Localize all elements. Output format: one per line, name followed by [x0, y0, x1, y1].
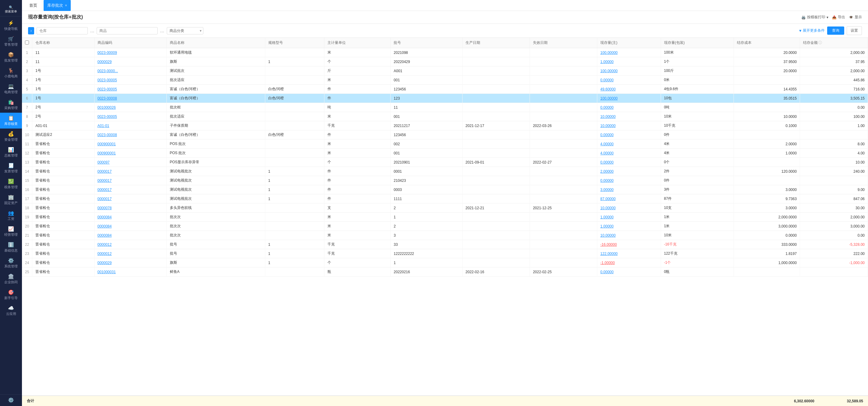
cell-qty-main[interactable]: 10.00000 — [597, 112, 661, 121]
cell-qty-main[interactable]: -16.00000 — [597, 240, 661, 249]
cell-code[interactable]: 0000084 — [94, 231, 166, 240]
cell-code[interactable]: 0000017 — [94, 185, 166, 194]
sidebar-item-fixed-assets[interactable]: 🏢 固定资产 — [0, 192, 22, 208]
sidebar-item-wholesale[interactable]: 📦 批发管理 — [0, 49, 22, 65]
cell-code[interactable]: 000097 — [94, 158, 166, 167]
cell-code[interactable]: 0023-00005 — [94, 75, 166, 85]
cell-code[interactable]: 0000029 — [94, 258, 166, 267]
cell-qty-main[interactable]: 0.00000 — [597, 130, 661, 139]
sidebar-item-new-guide[interactable]: 🎯 新手引导 — [0, 287, 22, 303]
cell-code[interactable]: 0000084 — [94, 212, 166, 222]
cell-qty-main[interactable]: -1.00000 — [597, 258, 661, 267]
cell-code[interactable]: 001000026 — [94, 103, 166, 112]
table-row: 16 晋省检仓 0000017 测试电视批次 1 件 0003 3.00000 … — [22, 185, 868, 194]
cell-code[interactable]: 0000017 — [94, 176, 166, 185]
sidebar-item-invoice[interactable]: 🧾 发票管理 — [0, 160, 22, 176]
sidebar-item-small-ecom[interactable]: 🦌 小鹿电商 — [0, 65, 22, 81]
cell-qty-main[interactable]: 0.00000 — [597, 158, 661, 167]
sidebar-item-retail[interactable]: 🛒 零售管理 — [0, 34, 22, 49]
cell-qty-main[interactable]: 122.00000 — [597, 249, 661, 258]
cell-code[interactable]: 0000084 — [94, 222, 166, 231]
sidebar-item-tax[interactable]: 💹 税务管理 — [0, 176, 22, 192]
cell-code[interactable]: 0000017 — [94, 167, 166, 176]
cell-qty-aux: 87件 — [661, 194, 734, 203]
tab-inventory-batch[interactable]: 库存批次 × — [43, 0, 71, 11]
sidebar-item-purchase[interactable]: 🛍️ 采购管理 — [0, 97, 22, 113]
cell-code[interactable]: 0023-00009 — [94, 48, 166, 57]
category-dropdown-icon: ▾ — [200, 29, 202, 33]
cell-qty-main[interactable]: 100.00000 — [597, 48, 661, 57]
warehouse-dots[interactable]: ... — [90, 28, 94, 34]
cell-name: 测试电视批次 — [166, 167, 265, 176]
cell-code[interactable]: 000900001 — [94, 139, 166, 149]
table-body: 1 11 0023-00009 软环通用地毯 米 2021098 100.000… — [22, 48, 868, 276]
cell-qty-main[interactable]: 10.00000 — [597, 121, 661, 130]
cell-qty-main[interactable]: 4.00000 — [597, 139, 661, 149]
cell-qty-main[interactable]: 0.00000 — [597, 75, 661, 85]
cell-qty-main[interactable]: 3.00000 — [597, 185, 661, 194]
cell-qty-main[interactable]: 0.00000 — [597, 267, 661, 276]
cell-code[interactable]: 0023-00005 — [94, 85, 166, 94]
cell-qty-main[interactable]: 10.00000 — [597, 203, 661, 212]
sidebar-item-cloud-app[interactable]: ☁️ 云应用 — [0, 303, 22, 318]
cell-qty-main[interactable]: 0.00000 — [597, 103, 661, 112]
sidebar-item-assets[interactable]: 💰 资金管理 — [0, 129, 22, 144]
cell-qty-main[interactable]: 2.00000 — [597, 167, 661, 176]
cell-code[interactable]: 0000017 — [94, 194, 166, 203]
sidebar-item-inventory[interactable]: 📋 库存核查 — [0, 113, 22, 129]
cell-warehouse: 1号 — [32, 85, 94, 94]
cell-qty-main[interactable]: 49.60000 — [597, 85, 661, 94]
tab-home[interactable]: 首页 — [24, 0, 42, 11]
cell-spec — [265, 222, 324, 231]
cell-code[interactable]: 0023-0000... — [94, 66, 166, 75]
cell-code[interactable]: 0000078 — [94, 203, 166, 212]
sidebar-item-basic-info[interactable]: ℹ️ 基础信息 — [0, 239, 22, 255]
filter-arrow-button[interactable]: › — [28, 27, 34, 34]
cell-qty-main[interactable]: 87.00000 — [597, 194, 661, 203]
cell-code[interactable]: 0000029 — [94, 57, 166, 66]
cell-exp-date — [530, 94, 597, 103]
product-dots[interactable]: ... — [160, 28, 164, 34]
sidebar-settings[interactable]: ⚙️ — [0, 395, 22, 406]
cell-code[interactable]: 0023-00008 — [94, 130, 166, 139]
cell-code[interactable]: 001000031 — [94, 267, 166, 276]
expand-conditions-button[interactable]: ▼ 展开更多条件 — [799, 28, 825, 33]
table-row: 1 11 0023-00009 软环通用地毯 米 2021098 100.000… — [22, 48, 868, 57]
sidebar-item-hr[interactable]: 👥 工资 — [0, 208, 22, 224]
cell-qty-main[interactable]: 1.00000 — [597, 222, 661, 231]
sidebar-item-enterprise[interactable]: 🏛️ 企业协同 — [0, 271, 22, 287]
product-input[interactable] — [97, 27, 158, 34]
cell-qty-main[interactable]: 100.00000 — [597, 94, 661, 103]
cell-batch: 1222222222 — [391, 249, 463, 258]
amount-info-icon[interactable]: ⓘ — [818, 40, 822, 45]
category-select[interactable]: 商品分类 — [167, 27, 204, 34]
export-button[interactable]: 📤 导出 — [832, 14, 845, 20]
sidebar-search[interactable]: 🔍 搜索菜单 — [0, 3, 22, 16]
cell-code[interactable]: 0000012 — [94, 240, 166, 249]
sidebar-item-general[interactable]: 📊 总账管理 — [0, 144, 22, 160]
sidebar-item-mgmt[interactable]: 📈 经营管理 — [0, 224, 22, 239]
cell-unit: 米 — [324, 112, 390, 121]
search-button[interactable]: 查询 — [827, 27, 844, 35]
cell-qty-main[interactable]: 100.00000 — [597, 66, 661, 75]
sidebar-item-quick-nav[interactable]: ⚡ 快捷导航 — [0, 18, 22, 34]
sidebar-item-sys-mgmt[interactable]: ⚙️ 系统管理 — [0, 255, 22, 271]
setting-button[interactable]: 设置 — [847, 26, 862, 35]
cell-code[interactable]: 0023-00005 — [94, 112, 166, 121]
print-template-button[interactable]: 🖨️ 按模板打印 ▾ — [801, 14, 828, 20]
cell-code[interactable]: A01-01 — [94, 121, 166, 130]
sidebar-item-ecom-mgmt[interactable]: 💻 电商管理 — [0, 81, 22, 97]
cell-qty-main[interactable]: 0.00000 — [597, 176, 661, 185]
cell-qty-main[interactable]: 1.00000 — [597, 212, 661, 222]
cell-code[interactable]: 000900001 — [94, 149, 166, 158]
warehouse-input[interactable] — [37, 27, 88, 34]
table-row: 23 晋省检仓 0000012 批号 1 千克 1222222222 122.0… — [22, 249, 868, 258]
cell-qty-main[interactable]: 1.00000 — [597, 57, 661, 66]
select-all-checkbox[interactable] — [25, 40, 29, 44]
show-button[interactable]: 👁️ 显示 — [849, 14, 862, 20]
cell-code[interactable]: 0023-00008 — [94, 94, 166, 103]
cell-qty-main[interactable]: 10.00000 — [597, 231, 661, 240]
tab-close-button[interactable]: × — [65, 3, 67, 8]
cell-code[interactable]: 0000012 — [94, 249, 166, 258]
cell-qty-main[interactable]: 4.00000 — [597, 149, 661, 158]
